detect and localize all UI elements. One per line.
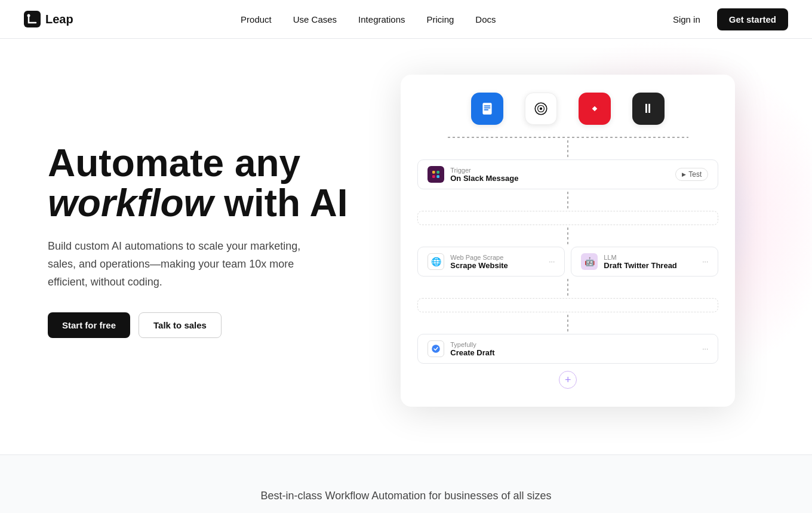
- test-button[interactable]: Test: [675, 168, 708, 181]
- google-docs-icon: [471, 93, 503, 125]
- nav-pricing[interactable]: Pricing: [427, 14, 454, 24]
- h-connector: [448, 137, 688, 138]
- workflow-top-icons: ⏸: [417, 93, 718, 125]
- svg-rect-12: [437, 175, 440, 178]
- nav-docs[interactable]: Docs: [475, 14, 496, 24]
- step-row-1: 🌐 Web Page Scrape Scrape Website ··· 🤖 L…: [417, 247, 718, 277]
- webscrape-step: 🌐 Web Page Scrape Scrape Website ···: [417, 247, 565, 277]
- typefully-more[interactable]: ···: [702, 345, 708, 353]
- svg-rect-10: [437, 171, 440, 174]
- svg-rect-11: [432, 175, 435, 178]
- v-connector-4: [417, 279, 718, 296]
- hero-ctas: Start for free Talk to sales: [48, 312, 348, 338]
- workflow-card: ⏸ Trigger On Slack Message Test: [401, 75, 735, 407]
- svg-point-7: [540, 107, 542, 110]
- navbar: Leap Product Use Cases Integrations Pric…: [0, 0, 812, 39]
- hero-section: Automate any workflow with AI Build cust…: [0, 39, 812, 454]
- typefully-icon: [427, 340, 444, 357]
- webscrape-step-info: Web Page Scrape Scrape Website: [450, 254, 543, 270]
- bottom-section: Best-in-class Workflow Automation for bu…: [0, 454, 812, 513]
- logo-text: Leap: [45, 13, 73, 26]
- openai-icon: [525, 93, 557, 125]
- nav-integrations[interactable]: Integrations: [358, 14, 405, 24]
- talk-sales-button[interactable]: Talk to sales: [139, 312, 222, 338]
- llm-more[interactable]: ···: [702, 257, 708, 266]
- hero-left: Automate any workflow with AI Build cust…: [48, 143, 348, 338]
- nav-actions: Sign in Get started: [663, 8, 788, 30]
- bottom-text: Best-in-class Workflow Automation for bu…: [261, 490, 552, 502]
- trigger-step-info: Trigger On Slack Message: [450, 167, 669, 183]
- trigger-step: Trigger On Slack Message Test: [417, 159, 718, 189]
- svg-point-13: [432, 345, 441, 353]
- svg-rect-0: [24, 11, 41, 27]
- llm-icon: 🤖: [581, 253, 598, 270]
- zapier-icon: [579, 93, 611, 125]
- placeholder-block-2: [417, 298, 718, 312]
- nav-links: Product Use Cases Integrations Pricing D…: [241, 14, 496, 24]
- webscrape-icon: 🌐: [427, 253, 444, 270]
- llm-step: 🤖 LLM Draft Twitter Thread ···: [571, 247, 718, 277]
- pause-icon: ⏸: [632, 93, 665, 125]
- svg-rect-5: [484, 109, 489, 110]
- add-step-button[interactable]: +: [559, 371, 577, 389]
- start-free-button[interactable]: Start for free: [48, 312, 130, 338]
- svg-point-1: [27, 14, 30, 17]
- logo-icon: [24, 11, 41, 27]
- v-connector-3: [417, 228, 718, 244]
- llm-step-info: LLM Draft Twitter Thread: [604, 254, 696, 270]
- placeholder-block: [417, 211, 718, 225]
- v-connector-2: [417, 192, 718, 208]
- hero-right: ⏸ Trigger On Slack Message Test: [348, 75, 789, 407]
- v-connector-5: [417, 315, 718, 331]
- svg-rect-4: [484, 107, 491, 109]
- slack-icon: [427, 166, 444, 183]
- typefully-step: Typefully Create Draft ···: [417, 334, 718, 364]
- typefully-step-info: Typefully Create Draft: [450, 341, 696, 357]
- hero-headline: Automate any workflow with AI: [48, 143, 348, 223]
- signin-button[interactable]: Sign in: [663, 10, 710, 29]
- svg-rect-9: [432, 171, 435, 174]
- nav-product[interactable]: Product: [241, 14, 272, 24]
- webscrape-more[interactable]: ···: [549, 257, 555, 266]
- v-connector-1: [417, 140, 718, 157]
- logo[interactable]: Leap: [24, 11, 73, 27]
- svg-rect-3: [484, 106, 491, 107]
- nav-use-cases[interactable]: Use Cases: [293, 14, 337, 24]
- svg-rect-2: [483, 103, 492, 115]
- hero-subtext: Build custom AI automations to scale you…: [48, 238, 310, 291]
- getstarted-button[interactable]: Get started: [717, 8, 788, 30]
